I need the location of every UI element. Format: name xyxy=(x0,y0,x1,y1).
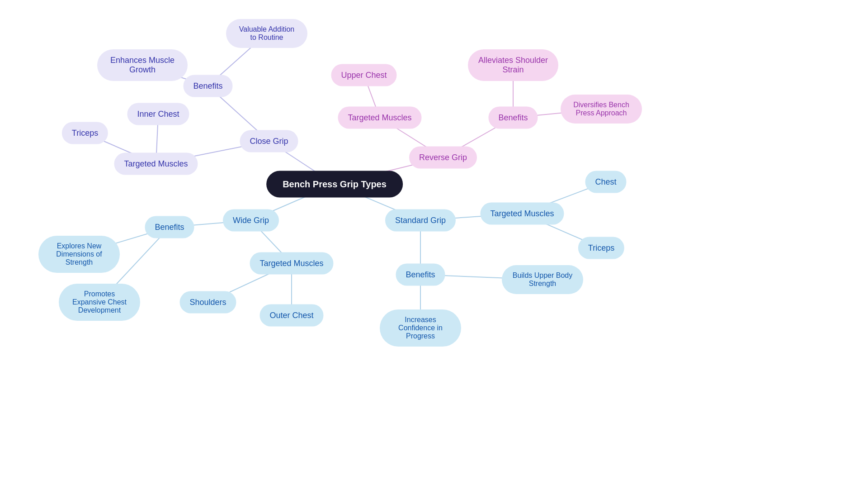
node-wide-shoulders[interactable]: Shoulders xyxy=(179,291,236,314)
node-wide-targeted[interactable]: Targeted Muscles xyxy=(250,252,333,275)
node-reverse-diversifies[interactable]: Diversifies Bench Press Approach xyxy=(561,95,642,124)
node-reverse-upper-chest[interactable]: Upper Chest xyxy=(331,64,396,86)
node-reverse-alleviates[interactable]: Alleviates Shoulder Strain xyxy=(468,49,558,81)
node-reverse-grip[interactable]: Reverse Grip xyxy=(409,147,477,169)
node-close-enhances[interactable]: Enhances Muscle Growth xyxy=(97,49,188,81)
node-close-targeted[interactable]: Targeted Muscles xyxy=(114,153,198,175)
node-close-valuable[interactable]: Valuable Addition to Routine xyxy=(226,19,307,48)
node-standard-builds[interactable]: Builds Upper Body Strength xyxy=(502,265,583,294)
node-close-triceps[interactable]: Triceps xyxy=(62,122,108,144)
node-wide-grip[interactable]: Wide Grip xyxy=(223,209,279,232)
node-wide-explores[interactable]: Explores New Dimensions of Strength xyxy=(38,236,120,273)
node-standard-increases[interactable]: Increases Confidence in Progress xyxy=(380,309,461,347)
node-close-inner[interactable]: Inner Chest xyxy=(127,103,189,125)
node-reverse-targeted[interactable]: Targeted Muscles xyxy=(338,107,421,129)
node-standard-triceps[interactable]: Triceps xyxy=(578,237,624,259)
node-close-benefits[interactable]: Benefits xyxy=(183,75,232,97)
node-wide-benefits[interactable]: Benefits xyxy=(145,216,194,238)
node-wide-outer[interactable]: Outer Chest xyxy=(259,304,323,327)
node-standard-targeted[interactable]: Targeted Muscles xyxy=(480,203,564,225)
node-wide-promotes[interactable]: Promotes Expansive Chest Development xyxy=(59,284,140,321)
node-standard-benefits[interactable]: Benefits xyxy=(396,264,445,286)
mind-map: Bench Press Grip TypesClose GripBenefits… xyxy=(0,0,868,490)
node-close-grip[interactable]: Close Grip xyxy=(240,130,298,152)
node-standard-grip[interactable]: Standard Grip xyxy=(385,209,456,232)
center-node[interactable]: Bench Press Grip Types xyxy=(266,171,403,198)
node-standard-chest[interactable]: Chest xyxy=(585,171,626,193)
node-reverse-benefits[interactable]: Benefits xyxy=(488,107,538,129)
